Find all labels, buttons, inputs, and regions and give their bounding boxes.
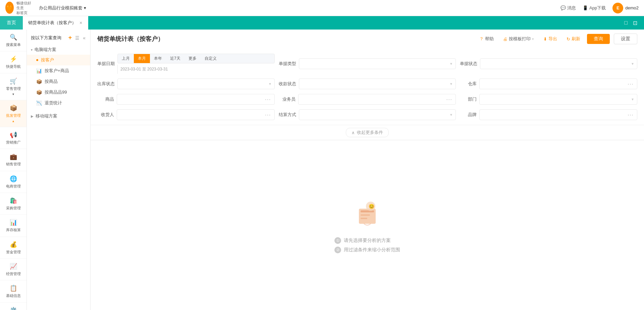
nav-item-by-customer-product[interactable]: 📊 按客户+商品 [27, 65, 90, 76]
out-status-label: 出库状态 [97, 81, 115, 87]
filter-cell-dept: 部门 ▾ [460, 94, 637, 105]
date-btn-more[interactable]: 更多 [184, 54, 201, 63]
svg-text:😊: 😊 [369, 204, 375, 209]
sidebar-item-sales[interactable]: 💼 销售管理 [0, 149, 26, 171]
refresh-icon: ↻ [567, 37, 570, 42]
help-btn[interactable]: ？ 帮助 [477, 35, 496, 43]
collect-status-label: 收款状态 [279, 81, 296, 87]
tab-home[interactable]: 首页 [0, 16, 23, 30]
tab-close-icon[interactable]: × [79, 19, 83, 26]
sidebar-item-basic[interactable]: 📋 基础信息 [0, 280, 26, 302]
ecommerce-icon: 🌐 [10, 175, 17, 183]
sidebar-item-ecommerce[interactable]: 🌐 电商管理 [0, 171, 26, 193]
content-panel: 按以下方案查询 + ☰ « ▾ 电脑端方案 按客户 📊 [27, 30, 644, 310]
refresh-btn[interactable]: ↻ 刷新 [564, 35, 583, 43]
wholesale-arrow-icon: ▴ [12, 119, 14, 123]
doc-status-select[interactable]: ▾ [480, 58, 637, 69]
nav-group-mobile-title[interactable]: ▶ 移动端方案 [27, 111, 90, 121]
empty-tip-2: ② 用过滤条件来缩小分析范围 [334, 247, 400, 253]
customer-product-icon: 📊 [36, 68, 42, 73]
active-dot [36, 59, 38, 61]
download-icon: 📱 [583, 5, 588, 10]
left-nav-header: 按以下方案查询 + ☰ « [27, 34, 90, 45]
sidebar-item-search-menu[interactable]: 🔍 搜索菜单 [0, 30, 26, 51]
empty-illustration: 😊 [351, 197, 384, 230]
sidebar-item-retail[interactable]: 🛒 零售管理 ▾ [0, 73, 26, 100]
search-menu-icon: 🔍 [10, 34, 17, 41]
wholesale-icon: 📦 [10, 104, 17, 112]
user-area[interactable]: E demo2 [612, 3, 639, 13]
setting-btn[interactable]: 设置 [614, 34, 637, 44]
system-icon: ⚙️ [10, 307, 17, 310]
date-label: 单据日期 [97, 61, 115, 67]
filter-cell-date: 单据日期 上月 本月 本年 近7天 更多 自定义 [97, 54, 275, 74]
date-btn-this-year[interactable]: 本年 [150, 54, 166, 63]
doc-type-arrow-icon: ▾ [450, 61, 452, 66]
sidebar-item-marketing[interactable]: 📢 营销推广 [0, 127, 26, 149]
app-download-btn[interactable]: 📱 App下载 [583, 5, 606, 11]
staff-select[interactable]: ··· [298, 94, 456, 105]
doc-type-label: 单据类型 [279, 61, 296, 67]
sidebar-item-purchase[interactable]: 🛍️ 采购管理 [0, 193, 26, 215]
payment-select[interactable]: ▾ [299, 109, 456, 120]
dept-label: 部门 [460, 96, 477, 102]
nav-item-by-customer[interactable]: 按客户 [27, 55, 90, 65]
sidebar-item-quick-nav[interactable]: ⚡ 快捷导航 [0, 51, 26, 73]
query-btn[interactable]: 查询 [587, 34, 610, 44]
nav-item-by-return[interactable]: 📉 退货统计 [27, 98, 90, 108]
add-plan-btn[interactable]: + [68, 34, 73, 42]
out-status-select[interactable]: ▾ [117, 79, 275, 89]
left-nav: 按以下方案查询 + ☰ « ▾ 电脑端方案 按客户 📊 [27, 30, 91, 310]
purchase-icon: 🛍️ [10, 197, 17, 204]
empty-state: 😊 ① 请先选择要分析的方案 ② 用过滤条件来缩小分析范围 [91, 140, 644, 310]
doc-type-select[interactable]: ▾ [299, 58, 456, 69]
sidebar-item-operation[interactable]: 📈 经营管理 [0, 259, 26, 280]
payment-arrow-icon: ▾ [450, 112, 452, 117]
sidebar-item-wholesale[interactable]: 📦 批发管理 ▴ [0, 100, 26, 127]
dept-arrow-icon: ▾ [632, 97, 634, 102]
nav-item-by-product-99[interactable]: 📦 按商品品99 [27, 87, 90, 98]
message-icon: 💬 [560, 5, 566, 10]
export-btn[interactable]: ⬇ 导出 [541, 35, 560, 43]
industry-selector[interactable]: 办公用品行业模拟账套 ▾ [36, 4, 89, 12]
date-btn-7days[interactable]: 近7天 [166, 54, 184, 63]
dept-select[interactable]: ▾ [479, 94, 637, 105]
nav-group-mobile: ▶ 移动端方案 [27, 111, 90, 121]
warehouse-select[interactable]: ··· [479, 79, 637, 89]
warehouse-dots: ··· [628, 81, 634, 88]
page-top-actions: ？ 帮助 🖨 按模板打印 ▾ ⬇ 导出 ↻ [477, 34, 637, 44]
nav-item-by-product[interactable]: 📦 按商品 [27, 76, 90, 87]
user-name[interactable]: demo2 [625, 5, 639, 10]
collapse-nav-btn[interactable]: « [82, 35, 86, 41]
sidebar-item-finance[interactable]: 💰 资金管理 [0, 237, 26, 259]
message-btn[interactable]: 💬 消息 [560, 5, 576, 11]
date-btn-custom[interactable]: 自定义 [201, 54, 221, 63]
collect-status-select[interactable]: ▾ [299, 79, 456, 89]
main-layout: 🔍 搜索菜单 ⚡ 快捷导航 🛒 零售管理 ▾ 📦 批发管理 ▴ 📢 营销推广 💼… [0, 30, 644, 310]
left-nav-title: 按以下方案查询 [31, 35, 61, 41]
brand-select[interactable]: ··· [479, 109, 637, 120]
basic-icon: 📋 [10, 285, 17, 292]
print-arrow-icon: ▾ [532, 37, 534, 41]
sidebar-item-inventory[interactable]: 📊 库存核算 [0, 215, 26, 237]
date-btn-this-month[interactable]: 本月 [134, 54, 150, 63]
date-btn-last-month[interactable]: 上月 [118, 54, 134, 63]
retail-icon: 🛒 [10, 78, 17, 85]
desktop-arrow-icon: ▾ [31, 48, 33, 52]
filter-cell-staff: 业务员 ··· [279, 94, 456, 105]
recipient-select[interactable]: ··· [117, 109, 275, 120]
tab-bar: 首页 销货单统计表（按客户） × □ ⊡ [0, 16, 644, 30]
settings-plan-btn[interactable]: ☰ [74, 35, 80, 41]
tab-minimize-btn[interactable]: □ [623, 18, 629, 27]
collapse-btn[interactable]: ∧ 收起更多条件 [346, 128, 389, 137]
nav-group-desktop-title[interactable]: ▾ 电脑端方案 [27, 45, 90, 55]
recipient-dots: ··· [265, 111, 271, 118]
product-select[interactable]: ··· [117, 94, 275, 105]
tab-maximize-btn[interactable]: ⊡ [632, 18, 639, 28]
filter-cell-doctype: 单据类型 ▾ [279, 58, 456, 69]
sidebar-item-system[interactable]: ⚙️ 系统管理 [0, 303, 26, 310]
tab-active[interactable]: 销货单统计表（按客户） × [23, 16, 88, 30]
staff-dots: ··· [446, 96, 452, 103]
print-btn[interactable]: 🖨 按模板打印 ▾ [500, 35, 537, 43]
filter-section: 单据日期 上月 本月 本年 近7天 更多 自定义 [91, 48, 644, 140]
